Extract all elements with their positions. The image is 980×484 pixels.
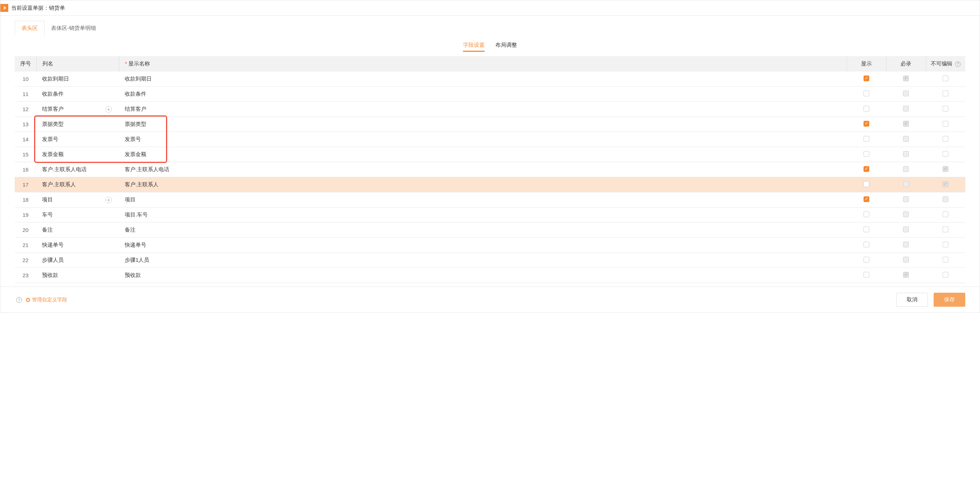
row-display-name[interactable]: 项目.车号 bbox=[119, 207, 846, 223]
row-display-name[interactable]: 收款到期日 bbox=[119, 72, 846, 87]
col-header-display: *显示名称 bbox=[119, 56, 846, 72]
non-editable-checkbox[interactable] bbox=[943, 121, 948, 127]
fields-table: 序号 列名 *显示名称 显示 必录 不可编辑 ? 10收款到期日收款到期日11收… bbox=[15, 56, 965, 283]
non-editable-checkbox[interactable] bbox=[943, 212, 948, 217]
non-editable-cell bbox=[926, 207, 965, 223]
add-subfield-button[interactable]: + bbox=[105, 197, 112, 203]
show-checkbox[interactable] bbox=[864, 257, 869, 263]
footer-buttons: 取消 保存 bbox=[896, 293, 965, 307]
show-checkbox[interactable] bbox=[864, 212, 869, 217]
help-icon[interactable]: ? bbox=[16, 297, 22, 303]
manage-custom-fields-link[interactable]: 管理自定义字段 bbox=[25, 297, 67, 303]
table-row: 15发票金额发票金额 bbox=[15, 147, 965, 162]
show-checkbox[interactable] bbox=[864, 242, 869, 247]
show-cell bbox=[846, 238, 886, 253]
show-cell bbox=[846, 253, 886, 268]
table-row: 13票据类型票据类型 bbox=[15, 117, 965, 132]
table-row: 20备注备注 bbox=[15, 223, 965, 238]
required-checkbox bbox=[903, 257, 909, 263]
row-display-name[interactable]: 项目 bbox=[119, 193, 846, 207]
row-name: 收款到期日 bbox=[36, 72, 119, 87]
tab-body-area[interactable]: 表体区-销货单明细 bbox=[45, 21, 102, 35]
row-seq: 10 bbox=[15, 72, 36, 87]
non-editable-checkbox[interactable] bbox=[943, 91, 948, 96]
footer: ? 管理自定义字段 取消 保存 bbox=[0, 287, 980, 312]
non-editable-checkbox[interactable] bbox=[943, 272, 948, 278]
row-display-name[interactable]: 票据类型 bbox=[119, 117, 846, 132]
col-header-seq: 序号 bbox=[15, 56, 36, 72]
row-display-name[interactable]: 发票号 bbox=[119, 132, 846, 147]
show-cell bbox=[846, 87, 886, 102]
tab-header-area[interactable]: 表头区 bbox=[15, 21, 45, 35]
row-display-name[interactable]: 客户.主联系人 bbox=[119, 177, 846, 193]
show-checkbox[interactable] bbox=[864, 181, 869, 187]
non-editable-checkbox[interactable] bbox=[943, 257, 948, 263]
expand-button[interactable] bbox=[0, 4, 8, 12]
required-checkbox bbox=[903, 106, 909, 111]
chevron-right-icon bbox=[2, 6, 6, 10]
row-name: 步骤人员 bbox=[36, 253, 119, 268]
row-name: 客户.主联系人 bbox=[36, 177, 119, 193]
required-checkbox bbox=[903, 212, 909, 217]
row-display-name[interactable]: 结算客户 bbox=[119, 102, 846, 117]
row-display-name[interactable]: 备注 bbox=[119, 223, 846, 238]
show-checkbox[interactable] bbox=[864, 136, 869, 142]
row-display-name[interactable]: 预收款 bbox=[119, 268, 846, 283]
row-display-name[interactable]: 收款条件 bbox=[119, 87, 846, 102]
show-cell bbox=[846, 147, 886, 162]
row-name: 发票号 bbox=[36, 132, 119, 147]
non-editable-cell bbox=[926, 177, 965, 193]
row-display-name[interactable]: 客户.主联系人电话 bbox=[119, 162, 846, 177]
row-display-name[interactable]: 步骤1人员 bbox=[119, 253, 846, 268]
show-checkbox[interactable] bbox=[864, 196, 869, 202]
non-editable-checkbox[interactable] bbox=[943, 242, 948, 247]
table-row: 21快递单号快递单号 bbox=[15, 238, 965, 253]
show-checkbox[interactable] bbox=[864, 91, 869, 96]
row-seq: 20 bbox=[15, 223, 36, 238]
show-checkbox[interactable] bbox=[864, 166, 869, 172]
help-icon[interactable]: ? bbox=[955, 62, 961, 67]
show-checkbox[interactable] bbox=[864, 106, 869, 111]
required-cell bbox=[886, 72, 926, 87]
subtab-field-setting[interactable]: 字段设置 bbox=[463, 42, 485, 52]
non-editable-cell bbox=[926, 223, 965, 238]
add-subfield-button[interactable]: + bbox=[105, 106, 112, 113]
non-editable-checkbox[interactable] bbox=[943, 151, 948, 157]
row-display-name[interactable]: 发票金额 bbox=[119, 147, 846, 162]
required-cell bbox=[886, 117, 926, 132]
row-seq: 12 bbox=[15, 102, 36, 117]
footer-left: ? 管理自定义字段 bbox=[15, 297, 67, 303]
show-checkbox[interactable] bbox=[864, 75, 869, 81]
non-editable-checkbox[interactable] bbox=[943, 75, 948, 81]
show-cell bbox=[846, 268, 886, 283]
show-checkbox[interactable] bbox=[864, 121, 869, 127]
row-display-name[interactable]: 快递单号 bbox=[119, 238, 846, 253]
required-checkbox bbox=[903, 75, 909, 81]
show-cell bbox=[846, 223, 886, 238]
required-checkbox bbox=[903, 166, 909, 172]
table-row: 16客户.主联系人电话客户.主联系人电话 bbox=[15, 162, 965, 177]
show-checkbox[interactable] bbox=[864, 151, 869, 157]
show-cell bbox=[846, 162, 886, 177]
table-header-row: 序号 列名 *显示名称 显示 必录 不可编辑 ? bbox=[15, 56, 965, 72]
sub-tabs: 字段设置 布局调整 bbox=[0, 35, 980, 56]
row-seq: 19 bbox=[15, 207, 36, 223]
non-editable-checkbox[interactable] bbox=[943, 106, 948, 111]
cancel-button[interactable]: 取消 bbox=[896, 293, 928, 307]
non-editable-cell bbox=[926, 147, 965, 162]
show-checkbox[interactable] bbox=[864, 272, 869, 278]
non-editable-checkbox[interactable] bbox=[943, 226, 948, 232]
subtab-layout-adjust[interactable]: 布局调整 bbox=[495, 42, 517, 52]
row-name: 车号 bbox=[36, 207, 119, 223]
main-container: 当前设置单据：销货单 表头区 表体区-销货单明细 字段设置 布局调整 序号 列名… bbox=[0, 0, 980, 313]
save-button[interactable]: 保存 bbox=[934, 293, 965, 307]
required-cell bbox=[886, 102, 926, 117]
non-editable-checkbox[interactable] bbox=[943, 136, 948, 142]
row-name: 票据类型 bbox=[36, 117, 119, 132]
required-checkbox bbox=[903, 136, 909, 142]
required-cell bbox=[886, 162, 926, 177]
show-checkbox[interactable] bbox=[864, 226, 869, 232]
row-seq: 15 bbox=[15, 147, 36, 162]
show-cell bbox=[846, 177, 886, 193]
non-editable-cell bbox=[926, 268, 965, 283]
